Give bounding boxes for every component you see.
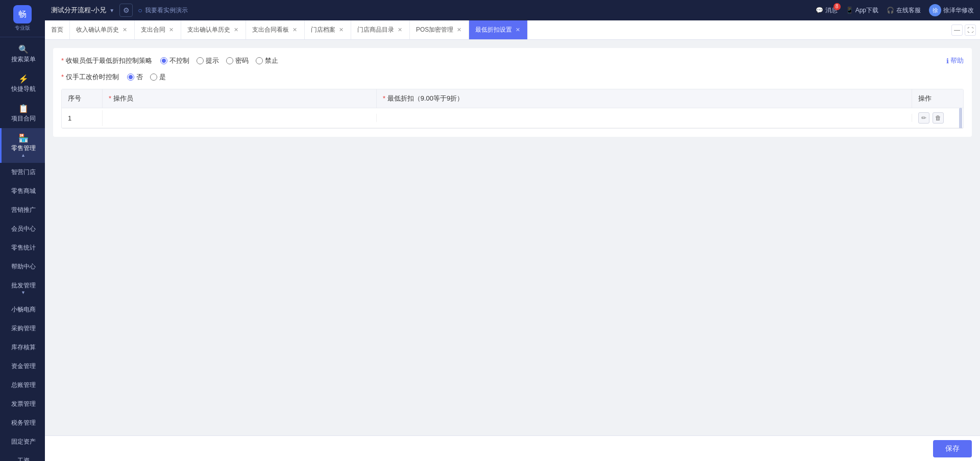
discount-policy-radio-ban[interactable] xyxy=(256,57,263,64)
tab-minimize-button[interactable]: — xyxy=(951,25,963,36)
sidebar-item-general-ledger[interactable]: 总账管理 xyxy=(0,376,45,395)
discount-policy-radio-none[interactable] xyxy=(160,57,167,64)
tab-payment-contract-board-label: 支出合同看板 xyxy=(252,26,289,34)
sidebar-item-payroll-label: 工资 xyxy=(17,456,30,461)
sidebar-item-inventory-label: 库存核算 xyxy=(11,343,36,352)
help-button[interactable]: ℹ 帮助 xyxy=(946,56,964,65)
topbar: 测试分开流程-小兄 ▼ ⚙ ○ 我要看实例演示 💬 消息 8 📱 App下载 🎧… xyxy=(45,0,980,20)
sidebar-item-search[interactable]: 🔍 搜索菜单 xyxy=(0,39,45,69)
sidebar-item-purchase-management[interactable]: 采购管理 xyxy=(0,319,45,338)
tab-maximize-button[interactable]: ⛶ xyxy=(965,25,976,36)
tab-min-discount-settings-label: 最低折扣设置 xyxy=(475,26,512,34)
table-header-seq: 序号 xyxy=(62,89,103,108)
main-area: 测试分开流程-小兄 ▼ ⚙ ○ 我要看实例演示 💬 消息 8 📱 App下载 🎧… xyxy=(45,0,980,461)
sidebar-item-wholesale-management[interactable]: 批发管理 ▼ xyxy=(0,276,45,300)
chevron-down-icon: ▼ xyxy=(21,290,26,295)
manual-price-option-yes[interactable]: 是 xyxy=(150,72,166,82)
table-header-discount-label: 最低折扣（9.00等于9折） xyxy=(387,94,464,102)
sidebar-item-retail-management[interactable]: 🏪 零售管理 ▲ xyxy=(0,128,45,163)
app-download-button[interactable]: 📱 App下载 xyxy=(846,6,878,15)
sidebar-item-fixed-assets[interactable]: 固定资产 xyxy=(0,432,45,451)
table-header: 序号 * 操作员 * 最低折扣（9.00等于9折） 操作 xyxy=(62,89,963,108)
manual-price-option-no[interactable]: 否 xyxy=(127,72,143,82)
discount-policy-radio-group: 不控制 提示 密码 禁止 xyxy=(160,56,278,65)
tab-pos-password[interactable]: POS加密管理 ✕ xyxy=(410,20,469,40)
sidebar-item-capital-management[interactable]: 资金管理 xyxy=(0,357,45,376)
sidebar-item-help-center[interactable]: 帮助中心 xyxy=(0,257,45,276)
sidebar-item-retail-stats-label: 零售统计 xyxy=(11,244,36,252)
demo-text: 我要看实例演示 xyxy=(145,6,188,15)
help-label: 帮助 xyxy=(950,56,964,65)
discount-policy-option-none[interactable]: 不控制 xyxy=(160,56,189,65)
discount-policy-option-hint[interactable]: 提示 xyxy=(197,56,219,65)
sidebar-item-smart-store[interactable]: 智营门店 xyxy=(0,163,45,182)
discount-policy-label: 收银员低于最低折扣控制策略 xyxy=(61,56,152,65)
tab-store-product-catalog[interactable]: 门店商品目录 ✕ xyxy=(351,20,410,40)
tab-store-archive-close[interactable]: ✕ xyxy=(338,26,345,34)
tabbar-actions: — ⛶ xyxy=(947,25,980,36)
discount-policy-option-ban[interactable]: 禁止 xyxy=(256,56,278,65)
sidebar-item-ecommerce[interactable]: 小畅电商 xyxy=(0,300,45,319)
sidebar-item-invoice-management[interactable]: 发票管理 xyxy=(0,395,45,414)
table-cell-discount-1 xyxy=(377,114,912,122)
sidebar-item-payroll[interactable]: 工资 xyxy=(0,451,45,461)
row-delete-button-1[interactable]: 🗑 xyxy=(933,112,944,124)
help-icon: ℹ xyxy=(946,57,949,65)
tab-payment-contract-board[interactable]: 支出合同看板 ✕ xyxy=(246,20,305,40)
topbar-settings-button[interactable]: ⚙ xyxy=(119,4,133,17)
user-profile[interactable]: 徐 徐泽华修改 xyxy=(929,4,974,16)
save-button[interactable]: 保存 xyxy=(933,440,972,457)
discount-policy-ban-label: 禁止 xyxy=(265,56,278,65)
discount-policy-radio-hint[interactable] xyxy=(197,57,204,64)
table-scrollbar[interactable] xyxy=(959,108,962,129)
tab-income-history[interactable]: 收入确认单历史 ✕ xyxy=(70,20,135,40)
tab-payment-confirm-close[interactable]: ✕ xyxy=(233,26,239,34)
tabbar: 首页 收入确认单历史 ✕ 支出合同 ✕ 支出确认单历史 ✕ 支出合同看板 ✕ 门… xyxy=(45,20,980,40)
demo-icon: ○ xyxy=(138,6,142,14)
project-selector[interactable]: 测试分开流程-小兄 ▼ xyxy=(51,6,114,15)
row-edit-button-1[interactable]: ✏ xyxy=(918,112,929,124)
tab-payment-contract-board-close[interactable]: ✕ xyxy=(291,26,298,34)
tab-payment-contract-close[interactable]: ✕ xyxy=(168,26,175,34)
sidebar-item-tax-management[interactable]: 税务管理 xyxy=(0,414,45,432)
discount-policy-row: 收银员低于最低折扣控制策略 不控制 提示 密码 xyxy=(61,56,964,65)
discount-policy-hint-label: 提示 xyxy=(206,56,219,65)
tab-income-history-close[interactable]: ✕ xyxy=(121,26,128,34)
manual-price-radio-no[interactable] xyxy=(127,74,134,81)
manual-price-row: 仅手工改价时控制 否 是 xyxy=(61,72,964,82)
tab-store-archive[interactable]: 门店档案 ✕ xyxy=(305,20,351,40)
sidebar-item-inventory[interactable]: 库存核算 xyxy=(0,338,45,357)
tab-pos-password-close[interactable]: ✕ xyxy=(456,26,462,34)
tab-payment-confirm-history[interactable]: 支出确认单历史 ✕ xyxy=(181,20,246,40)
sidebar-item-capital-label: 资金管理 xyxy=(11,362,36,371)
messages-button[interactable]: 💬 消息 8 xyxy=(816,6,838,15)
discount-policy-option-password[interactable]: 密码 xyxy=(226,56,249,65)
sidebar-item-retail-stats[interactable]: 零售统计 xyxy=(0,238,45,257)
chevron-up-icon: ▲ xyxy=(21,153,26,158)
table-cell-seq-1: 1 xyxy=(62,110,103,126)
sidebar-item-project-contract[interactable]: 📋 项目合同 xyxy=(0,99,45,128)
sidebar-item-retail-label: 零售管理 xyxy=(11,144,36,153)
demo-link[interactable]: ○ 我要看实例演示 xyxy=(138,6,187,15)
sidebar-item-marketing[interactable]: 营销推广 xyxy=(0,201,45,220)
tab-home[interactable]: 首页 xyxy=(45,20,70,40)
online-support-button[interactable]: 🎧 在线客服 xyxy=(887,6,921,15)
sidebar-item-marketing-label: 营销推广 xyxy=(11,206,36,214)
table-cell-action-1: ✏ 🗑 xyxy=(912,108,963,128)
sidebar-item-quicknav[interactable]: ⚡ 快捷导航 xyxy=(0,69,45,99)
tab-min-discount-settings-close[interactable]: ✕ xyxy=(514,26,521,34)
tab-payment-confirm-history-label: 支出确认单历史 xyxy=(187,26,230,34)
manual-price-label: 仅手工改价时控制 xyxy=(61,72,119,82)
table-cell-operator-1 xyxy=(103,114,377,122)
tab-store-product-catalog-close[interactable]: ✕ xyxy=(397,26,403,34)
tab-payment-contract[interactable]: 支出合同 ✕ xyxy=(135,20,181,40)
sidebar-item-fixed-assets-label: 固定资产 xyxy=(11,438,36,446)
search-icon: 🔍 xyxy=(18,44,29,54)
project-name: 测试分开流程-小兄 xyxy=(51,6,106,15)
sidebar-item-retail-mall[interactable]: 零售商城 xyxy=(0,182,45,201)
online-support-label: 在线客服 xyxy=(896,6,921,15)
manual-price-radio-yes[interactable] xyxy=(150,74,157,81)
discount-policy-radio-password[interactable] xyxy=(226,57,233,64)
sidebar-item-member-center[interactable]: 会员中心 xyxy=(0,220,45,238)
tab-min-discount-settings[interactable]: 最低折扣设置 ✕ xyxy=(469,20,528,40)
